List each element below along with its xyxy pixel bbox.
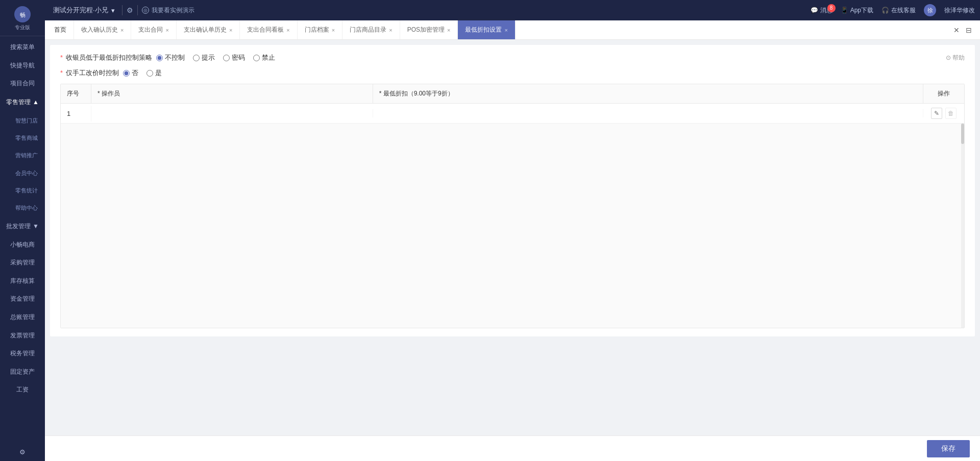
sidebar-sub-member[interactable]: 会员中心 bbox=[0, 164, 45, 182]
settings-gear-icon[interactable]: ⚙ bbox=[127, 6, 133, 14]
td-seq-1: 1 bbox=[61, 106, 91, 122]
radio-yes[interactable]: 是 bbox=[146, 68, 162, 78]
radio-no-control[interactable]: 不控制 bbox=[156, 53, 185, 62]
radio-forbid[interactable]: 禁止 bbox=[253, 53, 275, 62]
field1-label: * 收银员低于最低折扣控制策略 bbox=[60, 53, 152, 62]
retail-arrow: ▲ bbox=[33, 99, 39, 106]
online-support-label: 在线客服 bbox=[891, 6, 916, 15]
sidebar-item-fixedasset[interactable]: 固定资产 bbox=[0, 363, 45, 381]
tab-income-label: 收入确认历史 bbox=[81, 26, 118, 34]
help-label: 帮助 bbox=[952, 54, 965, 62]
tab-storefile-close[interactable]: × bbox=[332, 27, 335, 33]
sidebar-logo: 畅 专业版 bbox=[0, 0, 45, 36]
radio-prompt[interactable]: 提示 bbox=[193, 53, 215, 62]
tab-expense-contract[interactable]: 支出合同 × bbox=[131, 20, 176, 39]
sidebar-item-tax[interactable]: 税务管理 bbox=[0, 345, 45, 363]
radio-group-control: 不控制 提示 密码 禁止 bbox=[156, 53, 275, 62]
table-scrollbar-thumb[interactable] bbox=[961, 124, 964, 144]
radio-no-input[interactable] bbox=[123, 70, 130, 77]
project-name: 测试分开完程·小兄 bbox=[53, 6, 108, 15]
table-scrollbar-track bbox=[961, 124, 964, 328]
page-content-area: * 收银员低于最低折扣控制策略 不控制 提示 bbox=[45, 40, 980, 435]
tab-close-btn[interactable]: ✕ bbox=[951, 25, 962, 35]
table-empty-body bbox=[61, 124, 964, 328]
tab-store-file[interactable]: 门店档案 × bbox=[298, 20, 342, 39]
radio-no[interactable]: 否 bbox=[123, 68, 138, 78]
project-selector[interactable]: 测试分开完程·小兄 ▾ bbox=[50, 6, 118, 15]
sidebar-sub-retailmall[interactable]: 零售商城 bbox=[0, 129, 45, 147]
tab-expboard-close[interactable]: × bbox=[286, 27, 289, 33]
user-icon: 徐 bbox=[924, 4, 936, 16]
page-inner: * 收银员低于最低折扣控制策略 不控制 提示 bbox=[45, 40, 980, 435]
th-seq: 序号 bbox=[61, 84, 91, 103]
sidebar-item-contract[interactable]: 项目合同 bbox=[0, 75, 45, 93]
search-menu-label: 搜索菜单 bbox=[10, 43, 35, 52]
message-btn[interactable]: 💬 8 消息 bbox=[811, 6, 832, 15]
tab-min-discount[interactable]: 最低折扣设置 × bbox=[458, 20, 515, 39]
tab-expense-confirm-history[interactable]: 支出确认单历史 × bbox=[177, 20, 240, 39]
app-download-btn[interactable]: 📱 App下载 bbox=[841, 6, 873, 15]
settings-icon: ⚙ bbox=[19, 448, 26, 456]
sidebar-sub-marketing[interactable]: 营销推广 bbox=[0, 147, 45, 164]
tab-storeprod-label: 门店商品目录 bbox=[350, 26, 386, 34]
sidebar: 畅 专业版 搜索菜单 快捷导航 项目合同 零售管理 ▲ 智慧门店 零售商城 营销… bbox=[0, 0, 45, 461]
sidebar-item-retail[interactable]: 零售管理 ▲ bbox=[0, 93, 45, 112]
sidebar-item-inventory[interactable]: 库存核算 bbox=[0, 272, 45, 290]
form-row-1: * 收银员低于最低折扣控制策略 不控制 提示 bbox=[60, 53, 965, 62]
app-logo-icon: 畅 bbox=[12, 5, 33, 23]
radio-prompt-input[interactable] bbox=[193, 55, 200, 61]
demo-link[interactable]: ◎ 我要看实例演示 bbox=[142, 6, 194, 15]
sidebar-section-wholesale: 批发管理 ▼ bbox=[0, 217, 45, 236]
row-delete-btn[interactable]: 🗑 bbox=[945, 108, 957, 119]
tab-pos-security[interactable]: POS加密管理 × bbox=[400, 20, 458, 39]
sidebar-item-wholesale[interactable]: 批发管理 ▼ bbox=[0, 217, 45, 236]
sidebar-item-salary[interactable]: 工资 bbox=[0, 381, 45, 399]
tab-home[interactable]: 首页 bbox=[47, 20, 74, 39]
user-avatar[interactable]: 徐 bbox=[924, 4, 936, 16]
tab-income-history[interactable]: 收入确认历史 × bbox=[74, 20, 131, 39]
radio-no-control-input[interactable] bbox=[156, 55, 163, 61]
radio-yes-input[interactable] bbox=[146, 70, 153, 77]
td-operator-1 bbox=[91, 109, 373, 117]
demo-circle-icon: ◎ bbox=[142, 7, 149, 14]
app-header: 测试分开完程·小兄 ▾ ⚙ ◎ 我要看实例演示 💬 8 消息 📱 App下载 🎧… bbox=[45, 0, 980, 20]
row-edit-btn[interactable]: ✎ bbox=[931, 108, 942, 119]
sidebar-item-purchase[interactable]: 采购管理 bbox=[0, 254, 45, 272]
field1-required-star: * bbox=[60, 54, 63, 61]
tab-store-product[interactable]: 门店商品目录 × bbox=[342, 20, 400, 39]
tab-income-close[interactable]: × bbox=[120, 27, 124, 33]
tab-storeprod-close[interactable]: × bbox=[389, 27, 392, 33]
sidebar-settings-btn[interactable]: ⚙ bbox=[14, 443, 31, 461]
save-button[interactable]: 保存 bbox=[927, 440, 970, 457]
page-footer: 保存 bbox=[45, 435, 980, 461]
sidebar-item-fund[interactable]: 资金管理 bbox=[0, 290, 45, 308]
radio-password[interactable]: 密码 bbox=[223, 53, 245, 62]
th-discount: * 最低折扣（9.00等于9折） bbox=[373, 84, 923, 103]
sidebar-item-ledger[interactable]: 总账管理 bbox=[0, 308, 45, 327]
username-label[interactable]: 徐泽华修改 bbox=[944, 6, 975, 15]
sidebar-sub-retailstat[interactable]: 零售统计 bbox=[0, 182, 45, 199]
tabs-controls: ✕ ⊟ bbox=[947, 20, 978, 39]
radio-password-input[interactable] bbox=[223, 55, 230, 61]
help-button[interactable]: ⊙ 帮助 bbox=[946, 54, 965, 62]
sidebar-item-invoice[interactable]: 发票管理 bbox=[0, 327, 45, 345]
tab-expense-close[interactable]: × bbox=[165, 27, 168, 33]
tab-mindiscount-close[interactable]: × bbox=[504, 27, 507, 33]
demo-label: 我要看实例演示 bbox=[152, 6, 194, 15]
sidebar-item-search[interactable]: 搜索菜单 bbox=[0, 38, 45, 57]
sidebar-sub-helpcenter[interactable]: 帮助中心 bbox=[0, 199, 45, 216]
header-right: 💬 8 消息 📱 App下载 🎧 在线客服 徐 徐泽华修改 bbox=[811, 4, 975, 16]
svg-text:畅: 畅 bbox=[20, 12, 26, 18]
tab-expense-board[interactable]: 支出合同看板 × bbox=[240, 20, 297, 39]
sidebar-item-ecommerce[interactable]: 小畅电商 bbox=[0, 236, 45, 254]
tab-pos-close[interactable]: × bbox=[447, 27, 450, 33]
tab-menu-btn[interactable]: ⊟ bbox=[964, 25, 974, 35]
tabs-bar: 首页 收入确认历史 × 支出合同 × 支出确认单历史 × 支出合同看板 × 门店… bbox=[45, 20, 980, 40]
tab-expconfirm-close[interactable]: × bbox=[229, 27, 232, 33]
online-support-btn[interactable]: 🎧 在线客服 bbox=[881, 6, 916, 15]
tab-pos-label: POS加密管理 bbox=[407, 26, 445, 34]
sidebar-sub-smartstore[interactable]: 智慧门店 bbox=[0, 112, 45, 129]
app-download-icon: 📱 bbox=[841, 7, 848, 14]
sidebar-item-quicknav[interactable]: 快捷导航 bbox=[0, 57, 45, 75]
radio-forbid-input[interactable] bbox=[253, 55, 260, 61]
